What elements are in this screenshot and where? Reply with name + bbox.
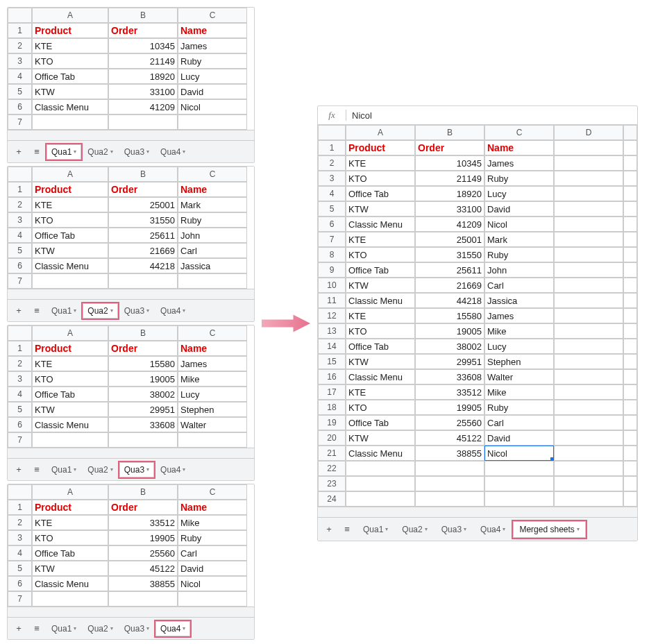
cell-product[interactable]: KTO [32,371,108,387]
cell-product[interactable]: Classic Menu [32,576,108,591]
cell-order[interactable]: 19005 [415,323,484,339]
header-name[interactable]: Name [178,182,247,197]
cell-order[interactable]: 25611 [108,228,178,243]
cell-order[interactable]: 33100 [415,201,484,217]
cell-product[interactable]: Classic Menu [32,258,108,273]
fx-label[interactable]: fx [318,110,346,121]
col-header-A[interactable]: A [32,167,108,182]
cell-order[interactable]: 31550 [415,247,484,262]
header-order[interactable]: Order [108,23,178,38]
cell-product[interactable]: KTE [346,232,415,247]
cell-name[interactable]: James [178,38,247,53]
row-header[interactable]: 2 [8,197,32,212]
row-header[interactable]: 11 [318,293,346,308]
row-header[interactable]: 8 [318,247,346,262]
cell-order[interactable]: 10345 [108,38,178,53]
cell-product[interactable]: KTW [346,201,415,217]
row-header[interactable]: 5 [8,84,32,99]
cell-order[interactable]: 25001 [415,232,484,247]
cell-name[interactable]: James [484,155,554,171]
header-order[interactable]: Order [108,182,178,197]
tab-qua2[interactable]: Qua2 ▾ [83,303,117,319]
all-sheets-button[interactable]: ≡ [339,521,355,538]
cell-product[interactable]: KTO [32,212,108,228]
row-header[interactable]: 1 [8,23,32,38]
tab-qua3[interactable]: Qua3 ▾ [119,462,154,477]
cell-order[interactable]: 33608 [415,369,484,384]
cell-order[interactable]: 33608 [108,417,178,432]
cell-order[interactable]: 18920 [415,186,484,201]
cell-name[interactable]: Carl [178,545,247,561]
cell-name[interactable]: David [484,201,554,217]
tab-qua1[interactable]: Qua1 ▾ [47,462,81,477]
add-sheet-button[interactable]: + [10,620,27,637]
row-header[interactable]: 3 [318,171,346,186]
cell-product[interactable]: KTE [346,308,415,323]
col-header-B[interactable]: B [108,8,178,23]
cell-order[interactable]: 21669 [108,243,178,258]
cell-order[interactable]: 38855 [108,576,178,591]
row-header[interactable]: 2 [8,38,32,53]
cell-order[interactable]: 38855 [415,446,484,461]
row-header[interactable]: 7 [8,273,32,289]
cell-product[interactable]: Classic Menu [32,99,108,115]
row-header[interactable]: 6 [318,217,346,232]
cell-order[interactable]: 19905 [108,530,178,545]
row-header[interactable]: 24 [318,491,346,507]
row-header[interactable]: 4 [8,228,32,243]
row-header[interactable]: 4 [8,545,32,561]
cell-name[interactable]: Lucy [484,339,554,354]
scroll-strip[interactable] [8,130,254,140]
row-header[interactable]: 6 [8,417,32,432]
cell-order[interactable]: 33512 [108,515,178,530]
header-name[interactable]: Name [178,23,247,38]
cell-product[interactable]: KTE [346,384,415,400]
cell-order[interactable]: 19005 [108,371,178,387]
cell-product[interactable]: Classic Menu [346,369,415,384]
cell-product[interactable]: KTE [32,38,108,53]
cell-name[interactable]: Nicol [178,99,247,115]
cell-name[interactable]: Mike [484,323,554,339]
cell-order[interactable]: 10345 [415,155,484,171]
cell-order[interactable]: 45122 [415,430,484,446]
cell-product[interactable]: KTE [32,515,108,530]
row-header[interactable]: 7 [8,432,32,448]
tab-qua2[interactable]: Qua2 ▾ [83,621,117,636]
scroll-strip[interactable] [318,507,637,517]
row-header[interactable]: 13 [318,323,346,339]
cell-product[interactable]: KTW [32,402,108,417]
cell-name[interactable]: Nicol [484,217,554,232]
cell-name[interactable]: Walter [484,369,554,384]
cell-product[interactable]: KTE [32,356,108,371]
all-sheets-button[interactable]: ≡ [28,620,45,637]
cell-name[interactable]: John [178,228,247,243]
cell-order[interactable]: 21149 [108,53,178,69]
tab-qua4[interactable]: Qua4 ▾ [474,521,512,538]
select-all[interactable] [8,167,32,182]
row-header[interactable]: 5 [8,402,32,417]
cell-name[interactable]: Ruby [484,400,554,415]
cell-name[interactable]: Jassica [178,258,247,273]
cell-name[interactable]: Stephen [178,402,247,417]
cell-name[interactable]: Mike [178,371,247,387]
col-header-C[interactable]: C [178,167,247,182]
cell-product[interactable]: Classic Menu [32,417,108,432]
tab-merged sheets[interactable]: Merged sheets ▾ [513,521,585,538]
cell-name[interactable]: Lucy [178,387,247,402]
row-header[interactable]: 12 [318,308,346,323]
header-product[interactable]: Product [32,341,108,356]
header-order[interactable]: Order [108,500,178,515]
row-header[interactable]: 4 [8,69,32,84]
cell-product[interactable]: Office Tab [346,339,415,354]
cell-name[interactable]: Ruby [484,247,554,262]
cell-product[interactable]: Office Tab [346,262,415,278]
row-header[interactable]: 1 [8,182,32,197]
cell-name[interactable]: David [178,561,247,576]
cell-order[interactable]: 21669 [415,278,484,293]
cell-name[interactable]: Stephen [484,354,554,369]
col-header-B[interactable]: B [415,125,484,140]
row-header[interactable]: 14 [318,339,346,354]
row-header[interactable]: 3 [8,371,32,387]
tab-qua1[interactable]: Qua1 ▾ [47,303,81,319]
cell-order[interactable]: 41209 [108,99,178,115]
